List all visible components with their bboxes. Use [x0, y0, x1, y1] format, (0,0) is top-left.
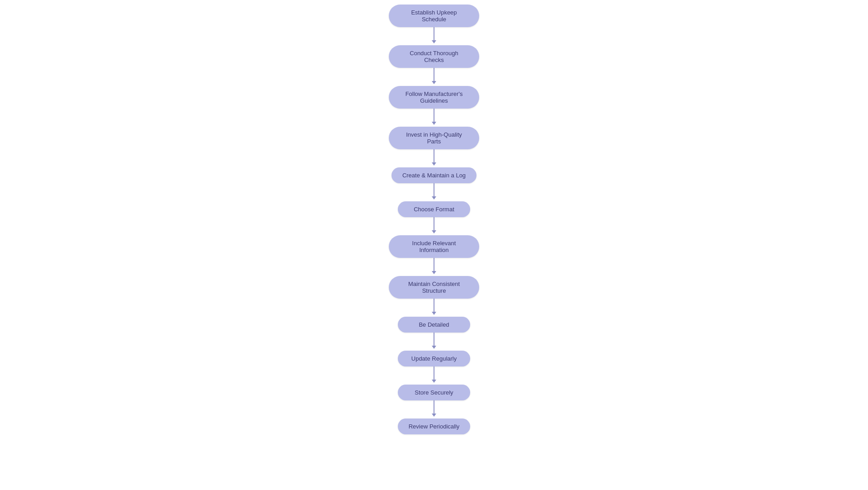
flow-node-establish-upkeep-schedule[interactable]: Establish Upkeep Schedule	[389, 5, 479, 27]
flow-arrow-3	[432, 109, 436, 127]
flow-node-review-periodically[interactable]: Review Periodically	[398, 419, 471, 434]
flow-node-conduct-thorough-checks[interactable]: Conduct Thorough Checks	[389, 45, 479, 68]
flow-arrow-6	[432, 217, 436, 235]
flow-node-follow-manufacturer-guidelines[interactable]: Follow Manufacturer's Guidelines	[389, 86, 479, 109]
flow-node-choose-format[interactable]: Choose Format	[398, 201, 470, 217]
flow-node-create-maintain-log[interactable]: Create & Maintain a Log	[392, 167, 476, 183]
flow-node-store-securely[interactable]: Store Securely	[398, 385, 470, 400]
flow-arrow-10	[432, 366, 436, 385]
flow-node-update-regularly[interactable]: Update Regularly	[398, 351, 470, 366]
flow-node-include-relevant-information[interactable]: Include Relevant Information	[389, 235, 479, 258]
flow-node-invest-high-quality-parts[interactable]: Invest in High-Quality Parts	[389, 127, 479, 149]
flow-arrow-11	[432, 400, 436, 419]
flowchart: Establish Upkeep ScheduleConduct Thoroug…	[0, 0, 868, 434]
flow-arrow-1	[432, 27, 436, 45]
flow-node-maintain-consistent-structure[interactable]: Maintain Consistent Structure	[389, 276, 479, 299]
flow-arrow-2	[432, 68, 436, 86]
flow-arrow-9	[432, 333, 436, 351]
flow-arrow-5	[432, 183, 436, 201]
flow-node-be-detailed[interactable]: Be Detailed	[398, 317, 470, 333]
flow-arrow-4	[432, 149, 436, 167]
flow-arrow-8	[432, 299, 436, 317]
flow-arrow-7	[432, 258, 436, 276]
